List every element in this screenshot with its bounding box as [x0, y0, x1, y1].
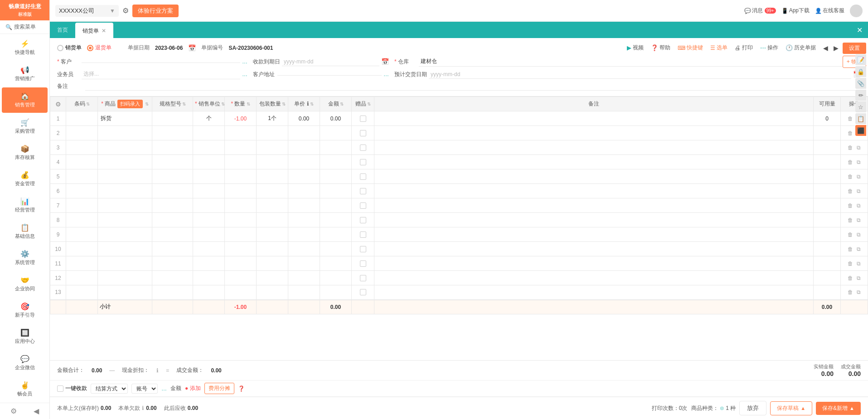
- cell-amount-3[interactable]: [320, 155, 352, 169]
- gift-checkbox-3[interactable]: [360, 159, 366, 165]
- tab-bar-close-icon[interactable]: ✕: [851, 26, 868, 34]
- cell-remark-0[interactable]: [374, 111, 814, 126]
- cell-gift-8[interactable]: [352, 227, 374, 242]
- cell-amount-11[interactable]: [320, 271, 352, 285]
- cell-price-10[interactable]: [288, 256, 320, 271]
- cell-spec-8[interactable]: [152, 227, 193, 242]
- gift-checkbox-8[interactable]: [360, 231, 366, 238]
- cell-pack-12[interactable]: [257, 285, 288, 300]
- sidebar-item-operations[interactable]: 📊 经营管理: [2, 193, 48, 218]
- search-menu[interactable]: 🔍 搜索菜单: [0, 20, 49, 34]
- cell-amount-2[interactable]: [320, 140, 352, 155]
- cell-gift-4[interactable]: [352, 169, 374, 184]
- account-dots-btn[interactable]: …: [161, 385, 167, 392]
- copy-row-icon-7[interactable]: ⧉: [857, 217, 861, 223]
- date-picker-icon[interactable]: 📅: [188, 44, 196, 52]
- cell-spec-4[interactable]: [152, 169, 193, 184]
- cell-qty-11[interactable]: [225, 271, 257, 285]
- cell-pack-0[interactable]: 1个: [257, 111, 288, 126]
- ops-btn[interactable]: ⋯ 操作: [758, 43, 780, 53]
- delete-row-icon-6[interactable]: 🗑: [848, 202, 853, 209]
- delete-row-icon-2[interactable]: 🗑: [848, 144, 853, 151]
- gift-checkbox-11[interactable]: [360, 275, 366, 281]
- cell-qty-10[interactable]: [225, 256, 257, 271]
- cell-qty-9[interactable]: [225, 242, 257, 256]
- cell-pack-4[interactable]: [257, 169, 288, 184]
- cell-unit-4[interactable]: [193, 169, 225, 184]
- cell-unit-12[interactable]: [193, 285, 225, 300]
- cell-spec-3[interactable]: [152, 155, 193, 169]
- copy-row-icon-2[interactable]: ⧉: [857, 144, 861, 151]
- account-select[interactable]: 账号: [131, 384, 158, 394]
- cell-amount-6[interactable]: [320, 198, 352, 213]
- tab-sales-order[interactable]: 销货单 ✕: [75, 23, 113, 39]
- order-arrears-info-icon[interactable]: ℹ: [142, 405, 144, 411]
- cell-unit-2[interactable]: [193, 140, 225, 155]
- cell-pack-6[interactable]: [257, 198, 288, 213]
- rfs-notes-icon[interactable]: 📝: [855, 54, 866, 65]
- delete-row-icon-3[interactable]: 🗑: [848, 159, 853, 165]
- cell-product-10[interactable]: [98, 256, 152, 271]
- cell-barcode-1[interactable]: [66, 126, 98, 140]
- cell-qty-3[interactable]: [225, 155, 257, 169]
- cell-price-5[interactable]: [288, 184, 320, 198]
- cell-qty-12[interactable]: [225, 285, 257, 300]
- cell-product-5[interactable]: [98, 184, 152, 198]
- cell-barcode-5[interactable]: [66, 184, 98, 198]
- sidebar-item-basic-info[interactable]: 📋 基础信息: [2, 219, 48, 244]
- cell-amount-10[interactable]: [320, 256, 352, 271]
- cell-pack-7[interactable]: [257, 213, 288, 227]
- message-btn[interactable]: 💬 消息 99+: [744, 7, 776, 14]
- copy-row-icon-11[interactable]: ⧉: [857, 275, 861, 281]
- cell-qty-5[interactable]: [225, 184, 257, 198]
- delete-row-icon-10[interactable]: 🗑: [848, 260, 853, 267]
- expected-date-input[interactable]: yyyy-mm-dd: [429, 70, 851, 79]
- cell-remark-10[interactable]: [374, 256, 814, 271]
- delete-row-icon-1[interactable]: 🗑: [848, 130, 853, 136]
- cell-remark-2[interactable]: [374, 140, 814, 155]
- cell-product-9[interactable]: [98, 242, 152, 256]
- cell-remark-7[interactable]: [374, 213, 814, 227]
- cell-amount-5[interactable]: [320, 184, 352, 198]
- copy-row-icon-9[interactable]: ⧉: [857, 246, 861, 252]
- cell-pack-11[interactable]: [257, 271, 288, 285]
- cell-barcode-9[interactable]: [66, 242, 98, 256]
- gift-checkbox-10[interactable]: [360, 260, 366, 267]
- cell-unit-9[interactable]: [193, 242, 225, 256]
- cell-remark-5[interactable]: [374, 184, 814, 198]
- cell-barcode-0[interactable]: [66, 111, 98, 126]
- cell-gift-2[interactable]: [352, 140, 374, 155]
- copy-row-icon-8[interactable]: ⧉: [857, 231, 861, 238]
- cell-spec-10[interactable]: [152, 256, 193, 271]
- sidebar-item-wechat-biz[interactable]: 💬 企业微信: [2, 350, 48, 376]
- cell-amount-12[interactable]: [320, 285, 352, 300]
- cell-qty-6[interactable]: [225, 198, 257, 213]
- delete-row-icon-5[interactable]: 🗑: [848, 188, 853, 194]
- cell-qty-0[interactable]: -1.00: [225, 111, 257, 126]
- gift-checkbox-0[interactable]: [360, 116, 366, 122]
- history-btn[interactable]: 🕐 历史单据: [784, 43, 818, 53]
- user-avatar[interactable]: [850, 5, 863, 17]
- scan-barcode-btn[interactable]: 扫码录入: [117, 100, 143, 108]
- salesperson-input[interactable]: 选择...: [82, 69, 240, 79]
- cell-pack-1[interactable]: [257, 126, 288, 140]
- app-download-btn[interactable]: 📱 App下载: [781, 7, 810, 14]
- copy-row-icon-6[interactable]: ⧉: [857, 202, 861, 209]
- cell-price-2[interactable]: [288, 140, 320, 155]
- cell-unit-7[interactable]: [193, 213, 225, 227]
- sidebar-item-quick-nav[interactable]: ⚡ 快捷导航: [2, 35, 48, 60]
- cell-remark-11[interactable]: [374, 271, 814, 285]
- company-settings-icon[interactable]: ⚙: [122, 6, 129, 15]
- delete-row-icon-11[interactable]: 🗑: [848, 275, 853, 281]
- gift-checkbox-5[interactable]: [360, 188, 366, 194]
- cell-amount-4[interactable]: [320, 169, 352, 184]
- cell-barcode-11[interactable]: [66, 271, 98, 285]
- cell-pack-3[interactable]: [257, 155, 288, 169]
- cell-qty-2[interactable]: [225, 140, 257, 155]
- cell-amount-8[interactable]: [320, 227, 352, 242]
- cell-spec-1[interactable]: [152, 126, 193, 140]
- customer-address-input[interactable]: [277, 73, 382, 76]
- cell-remark-12[interactable]: [374, 285, 814, 300]
- sidebar-item-system[interactable]: ⚙️ 系统管理: [2, 245, 48, 270]
- sidebar-item-guide[interactable]: 🎯 新手引导: [2, 298, 48, 323]
